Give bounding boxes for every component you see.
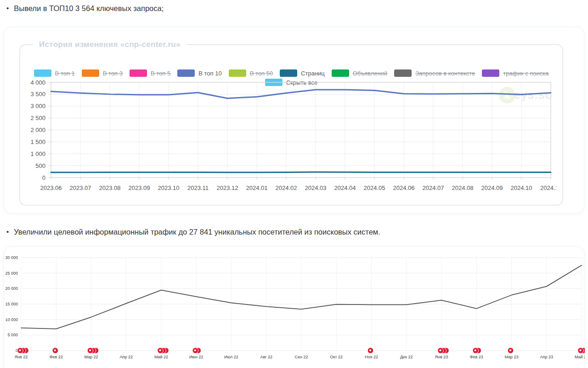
y-axis-label: 1 000 xyxy=(30,150,45,157)
bullet-glyph: • xyxy=(6,3,9,13)
annotation-marker-cluster[interactable] xyxy=(473,348,481,354)
y-axis-label: 30 000 xyxy=(5,255,18,260)
x-axis-label: 2023.08 xyxy=(99,184,121,191)
x-axis-label: Июн 22 xyxy=(189,355,204,359)
chart-legend-row-1: В топ 1В топ 3В топ 5В топ 10В топ 50Стр… xyxy=(20,69,562,77)
y-axis-label: 20 000 xyxy=(5,286,18,291)
legend-swatch-ads xyxy=(332,69,349,77)
bullet-text-top10: Вывели в ТОП10 3 564 ключевых запроса; xyxy=(14,3,164,13)
legend-swatch-context-requests xyxy=(394,69,412,77)
x-axis-label: 2024.05 xyxy=(364,184,385,191)
x-axis-label: Июл 22 xyxy=(224,355,238,359)
x-axis-label: 2023.10 xyxy=(158,184,180,191)
y-axis-label: 4 000 xyxy=(30,79,45,86)
legend-swatch-top3 xyxy=(82,69,99,77)
legend-label-pages: Страниц xyxy=(301,70,325,77)
legend-swatch-top50 xyxy=(229,69,246,77)
x-axis-label: Авг 22 xyxy=(260,355,272,359)
legend-item-top3[interactable]: В топ 3 xyxy=(82,69,123,77)
y-axis-label: 10 000 xyxy=(5,317,18,322)
x-axis-label: Фев 23 xyxy=(470,355,483,359)
legend-swatch-top1 xyxy=(34,69,51,77)
legend-item-pages[interactable]: Страниц xyxy=(280,69,325,77)
x-axis-label: Ноя 22 xyxy=(365,355,378,359)
legend-label-context-requests: Запросов в контексте xyxy=(415,70,475,77)
bullet-glyph: • xyxy=(6,227,9,237)
legend-swatch-top5 xyxy=(130,69,147,77)
x-axis-label: 2023.06 xyxy=(40,184,62,191)
legend-swatch-top10 xyxy=(177,69,195,77)
annotation-marker-cluster[interactable] xyxy=(368,348,373,354)
x-axis-label: Янв 22 xyxy=(15,355,28,359)
y-axis-label: 2 000 xyxy=(30,126,45,133)
y-axis-label: 15 000 xyxy=(5,302,18,306)
legend-swatch-search-traffic xyxy=(482,69,499,77)
bullet-item-top10: • Вывели в ТОП10 3 564 ключевых запроса; xyxy=(6,3,164,13)
bullet-item-traffic: • Увеличили целевой информационный трафи… xyxy=(6,227,380,237)
legend-label-top50: В топ 50 xyxy=(250,70,273,77)
annotation-marker-dot xyxy=(194,349,196,351)
legend-label-top10: В топ 10 xyxy=(198,70,221,77)
annotation-marker-dot xyxy=(369,349,371,351)
y-axis-label: 1 500 xyxy=(30,138,45,145)
x-axis-label: 2024.04 xyxy=(334,184,356,191)
x-axis-label: Май 22 xyxy=(154,355,168,359)
x-axis-label: Сен 22 xyxy=(295,355,308,359)
x-axis-label: 2024.10 xyxy=(511,184,532,191)
x-axis-label: 2024.07 xyxy=(423,184,444,191)
legend-label-ads: Объявлений xyxy=(353,70,387,77)
report-page: • Вывели в ТОП10 3 564 ключевых запроса;… xyxy=(0,0,588,368)
legend-label-top1: В топ 1 xyxy=(55,70,75,77)
legend-item-top10[interactable]: В топ 10 xyxy=(177,69,221,77)
chart-title: История изменения «cnp-center.ru» xyxy=(33,40,187,49)
bullet-text-traffic: Увеличили целевой информационный трафик … xyxy=(14,227,380,237)
x-axis-label: 2024.06 xyxy=(393,184,415,191)
y-axis-label: 25 000 xyxy=(5,271,18,276)
x-axis-label: Мар 22 xyxy=(84,355,98,359)
annotation-marker-cluster[interactable] xyxy=(438,348,449,354)
x-axis-label: Фев 22 xyxy=(50,355,63,359)
positions-history-chart: 05001 0001 5002 0002 5003 0003 5004 0002… xyxy=(23,79,556,198)
annotation-marker-dot xyxy=(89,349,91,351)
annotation-marker-cluster[interactable] xyxy=(17,348,29,354)
series-line-1 xyxy=(51,172,551,172)
traffic-card: 05 00010 00015 00020 00025 00030 000Янв … xyxy=(4,246,584,368)
x-axis-label: Янв 23 xyxy=(435,355,448,359)
y-axis-label: 3 000 xyxy=(30,103,45,109)
y-axis-label: 5 000 xyxy=(7,333,18,337)
annotation-marker-cluster[interactable] xyxy=(87,348,99,354)
annotation-marker-cluster[interactable] xyxy=(158,348,169,354)
annotation-marker-dot xyxy=(19,349,21,351)
y-axis-label: 0 xyxy=(42,174,45,181)
annotation-marker-dot xyxy=(54,349,56,351)
x-axis-label: Дек 22 xyxy=(400,355,413,359)
x-axis-label: Апр 23 xyxy=(540,355,553,359)
annotation-marker-dot xyxy=(509,349,511,351)
annotation-marker-dot xyxy=(579,349,581,351)
keyso-history-card: История изменения «cnp-center.ru» В топ … xyxy=(4,27,584,213)
annotation-marker-cluster[interactable] xyxy=(508,348,514,354)
x-axis-label: 2023.07 xyxy=(70,184,91,191)
legend-item-top50[interactable]: В топ 50 xyxy=(229,69,273,77)
legend-item-context-requests[interactable]: Запросов в контексте xyxy=(394,69,475,77)
annotation-marker-dot xyxy=(439,349,441,351)
legend-item-top5[interactable]: В топ 5 xyxy=(130,69,170,77)
legend-label-search-traffic: трафик с поиска xyxy=(503,70,548,77)
legend-item-ads[interactable]: Объявлений xyxy=(332,69,387,77)
x-axis-label: 2024.01 xyxy=(246,184,268,191)
legend-item-top1[interactable]: В топ 1 xyxy=(34,69,75,77)
x-axis-label: 2023.12 xyxy=(217,184,238,191)
series-line-0 xyxy=(51,90,551,98)
legend-item-search-traffic[interactable]: трафик с поиска xyxy=(482,69,548,77)
legend-label-top3: В топ 3 xyxy=(103,70,123,77)
annotation-marker-cluster[interactable] xyxy=(192,348,201,354)
x-axis-label: 2023.09 xyxy=(129,184,150,191)
annotation-marker-dot xyxy=(475,349,476,351)
keyso-watermark-k: k xyxy=(504,90,510,101)
x-axis-label: 2024.02 xyxy=(276,184,297,191)
traffic-chart: 05 00010 00015 00020 00025 00030 000Янв … xyxy=(4,247,585,368)
y-axis-label: 500 xyxy=(35,162,45,169)
annotation-marker-cluster[interactable] xyxy=(52,348,58,354)
x-axis-label: Апр 22 xyxy=(120,355,133,359)
annotation-marker-cluster[interactable] xyxy=(578,348,585,354)
